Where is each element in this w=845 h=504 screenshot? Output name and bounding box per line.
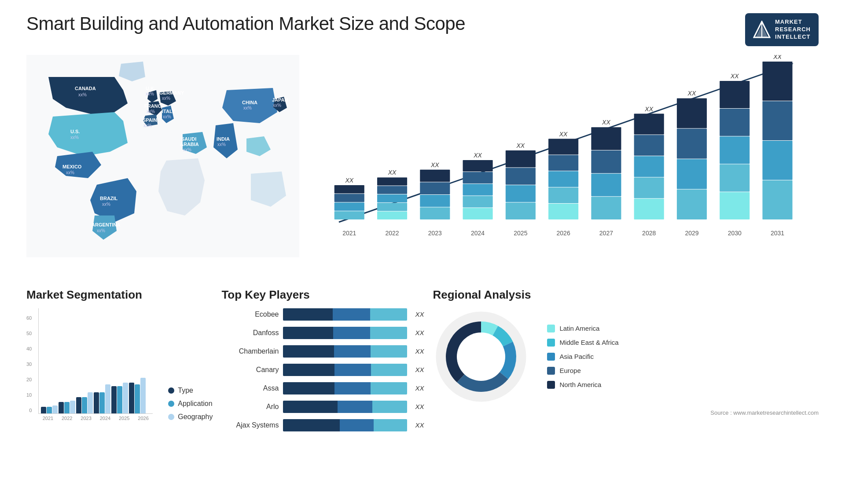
svg-text:xx%: xx%: [147, 109, 155, 114]
player-value: XX: [415, 347, 424, 355]
legend-label: Geography: [178, 413, 213, 421]
type-bar: [41, 407, 46, 413]
x-label: 2022: [62, 416, 72, 421]
x-label: 2025: [119, 416, 129, 421]
player-bar-mid: [338, 401, 372, 413]
geo-bar: [140, 378, 146, 413]
svg-text:XX: XX: [773, 55, 782, 60]
geo-bar: [123, 383, 128, 413]
year-group: [94, 384, 110, 413]
player-row: Assa XX: [221, 382, 424, 394]
svg-text:2029: 2029: [685, 230, 698, 237]
bar-chart-section: XX2021XX2022XX2023XX2024XX2025XX2026XX20…: [312, 55, 819, 275]
player-bar-light: [374, 419, 408, 431]
svg-text:xx%: xx%: [217, 142, 226, 147]
x-label: 2023: [81, 416, 91, 421]
svg-rect-41: [334, 211, 364, 219]
app-bar: [82, 397, 87, 413]
regional-legend-label: Latin America: [559, 325, 599, 332]
regional-legend-item: Europe: [547, 367, 618, 375]
svg-text:CHINA: CHINA: [242, 100, 257, 105]
player-row: Ajax Systems XX: [221, 419, 424, 431]
svg-text:2025: 2025: [514, 230, 527, 237]
svg-text:2023: 2023: [428, 230, 442, 237]
legend-label: Type: [178, 387, 193, 394]
svg-text:FRANCE: FRANCE: [144, 103, 165, 109]
geo-bar: [52, 405, 58, 413]
svg-text:SAUDI: SAUDI: [181, 136, 196, 142]
world-map: CANADA xx% U.S. xx% MEXICO xx% BRAZIL xx…: [26, 55, 299, 257]
regional-legend-label: Middle East & Africa: [559, 339, 618, 346]
player-bar-dark: [283, 382, 334, 394]
regional-legend-label: Asia Pacific: [559, 353, 594, 360]
svg-rect-103: [762, 62, 792, 101]
app-bar: [47, 407, 52, 413]
svg-rect-45: [377, 186, 407, 194]
player-bar: [283, 382, 407, 394]
svg-rect-61: [463, 208, 493, 219]
legend-item: Geography: [168, 413, 213, 421]
main-content: CANADA xx% U.S. xx% MEXICO xx% BRAZIL xx…: [26, 55, 819, 275]
regional-legend-item: Middle East & Africa: [547, 339, 618, 347]
player-row: Danfoss XX: [221, 327, 424, 339]
x-axis: 202120222023202420252026: [38, 416, 153, 421]
svg-text:xx%: xx%: [243, 106, 252, 110]
legend-dot: [168, 387, 174, 394]
x-label: 2024: [100, 416, 110, 421]
player-bar: [283, 364, 407, 376]
svg-rect-51: [420, 170, 450, 182]
player-bar-mid: [333, 327, 370, 339]
svg-text:XX: XX: [644, 105, 653, 112]
svg-rect-96: [720, 81, 749, 108]
svg-rect-57: [463, 160, 493, 172]
logo-icon: [753, 21, 771, 38]
svg-text:XX: XX: [430, 161, 439, 168]
svg-text:2031: 2031: [771, 230, 784, 237]
regional-section: Regional Analysis Latin America Middle E…: [433, 288, 819, 438]
svg-rect-71: [548, 155, 578, 171]
player-value: XX: [415, 329, 424, 336]
svg-text:JAPAN: JAPAN: [272, 97, 288, 102]
svg-rect-74: [548, 204, 578, 219]
y-axis: 60 50 40 30 20 10 0: [26, 315, 32, 421]
svg-text:ARGENTINA: ARGENTINA: [92, 222, 120, 227]
legend-square: [547, 367, 555, 375]
geo-bar: [88, 392, 93, 413]
type-bar: [94, 392, 99, 413]
year-group: [76, 392, 93, 413]
player-name: Ecobee: [221, 310, 279, 318]
svg-text:U.K.: U.K.: [146, 86, 155, 91]
svg-point-110: [457, 332, 505, 381]
svg-text:U.S.: U.S.: [70, 129, 80, 134]
player-name: Arlo: [221, 403, 279, 411]
x-label: 2026: [138, 416, 148, 421]
type-bar: [111, 386, 117, 413]
svg-rect-86: [634, 177, 664, 198]
app-bar: [135, 384, 140, 413]
player-name: Canary: [221, 366, 279, 374]
player-bar-mid: [334, 382, 371, 394]
svg-text:xx%: xx%: [183, 147, 191, 152]
seg-legend: Type Application Geography: [168, 387, 213, 421]
svg-rect-83: [634, 113, 664, 134]
regional-legend-item: North America: [547, 381, 618, 389]
regional-legend-item: Asia Pacific: [547, 353, 618, 361]
player-bar: [283, 308, 407, 321]
svg-text:CANADA: CANADA: [75, 86, 96, 91]
svg-rect-44: [377, 177, 407, 185]
svg-rect-87: [634, 198, 664, 219]
player-name: Assa: [221, 384, 279, 392]
svg-text:xx%: xx%: [97, 228, 105, 233]
svg-rect-93: [677, 190, 707, 219]
regional-legend-item: Latin America: [547, 325, 618, 332]
svg-rect-47: [377, 203, 407, 211]
svg-rect-40: [334, 202, 364, 211]
svg-text:XX: XX: [559, 130, 568, 137]
svg-text:MEXICO: MEXICO: [62, 164, 82, 169]
svg-rect-53: [420, 195, 450, 207]
source-text: Source : www.marketresearchintellect.com: [433, 409, 819, 416]
svg-rect-70: [548, 139, 578, 154]
svg-rect-48: [377, 211, 407, 219]
svg-rect-85: [634, 156, 664, 177]
player-bar-light: [370, 327, 407, 339]
